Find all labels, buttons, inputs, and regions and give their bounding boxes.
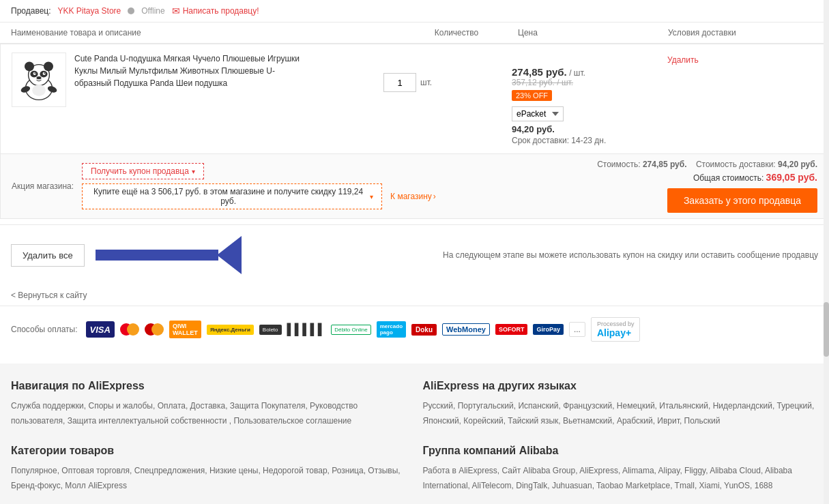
footer-alibaba: Группа компаний Alibaba Работа в AliExpr…	[423, 445, 819, 493]
svg-point-8	[34, 72, 35, 74]
scrollbar-thumb[interactable]	[824, 302, 829, 357]
nav-title: Навигация по AliExpress	[11, 380, 407, 392]
panda-icon	[15, 56, 63, 104]
boleto-icon: Boleto	[259, 325, 282, 335]
offline-status: Offline	[141, 6, 164, 16]
arrow-body	[96, 250, 218, 261]
delivery-cost: 94,20 руб.	[512, 124, 662, 134]
envelope-icon: ✉	[172, 5, 180, 16]
footer-languages: AliExpress на других языках Русский, Пор…	[423, 380, 819, 428]
visa-icon: VISA	[86, 321, 115, 338]
cart-item-section: Cute Panda U-подушка Мягкая Чучело Плюше…	[0, 44, 829, 219]
next-step-note: На следующем этапе вы можете использоват…	[242, 250, 818, 260]
discount-badge: 23% OFF	[512, 90, 552, 101]
order-button[interactable]: Заказать у этого продавца	[667, 188, 817, 213]
barcode-icon: ▌▌▌▌▌	[287, 323, 326, 336]
alibaba-title: Группа компаний Alibaba	[423, 445, 819, 457]
coupon-label: Получить купон продавца	[91, 166, 189, 176]
total-line: Общая стоимость: 369,05 руб.	[597, 172, 817, 183]
footer-grid: Навигация по AliExpress Служба поддержки…	[11, 380, 818, 493]
footer: Навигация по AliExpress Служба поддержки…	[0, 364, 829, 504]
seller-bar: Продавец: YKK Pitaya Store Offline ✉ Нап…	[0, 0, 829, 23]
price-value: 274,85 руб.	[512, 66, 567, 78]
promo-right: Стоимость: 274,85 руб. Стоимость доставк…	[597, 160, 817, 213]
chevron-right-icon: ›	[433, 192, 436, 201]
svg-point-10	[37, 76, 42, 79]
nav-links[interactable]: Служба поддержки, Споры и жалобы, Оплата…	[11, 399, 407, 428]
bottom-actions: Удалить все На следующем этапе вы можете…	[0, 224, 829, 285]
price-col-header: Цена	[518, 28, 668, 38]
offline-dot	[128, 8, 134, 14]
write-label: Написать продавцу!	[183, 6, 259, 16]
qty-cell: шт.	[383, 53, 506, 92]
qty-col-header: Количество	[395, 28, 518, 38]
total-label: Общая стоимость:	[693, 173, 763, 183]
payment-label: Способы оплаты:	[11, 325, 78, 334]
to-store-label: К магазину	[390, 192, 432, 201]
seller-label: Продавец:	[11, 6, 51, 16]
write-link[interactable]: ✉ Написать продавцу!	[172, 5, 259, 16]
delete-cell: Удалить	[667, 53, 817, 65]
cost-label: Стоимость:	[597, 160, 640, 169]
product-col-header: Наименование товара и описание	[11, 28, 395, 38]
price-main: 274,85 руб. / шт.	[512, 66, 662, 78]
alipay-logo: Alipay+	[597, 327, 635, 338]
svg-point-2	[25, 61, 34, 71]
payment-icons: VISA QIWIWALLET Яндекс.Деньги Boleto ▌▌▌…	[86, 317, 641, 342]
price-per: / шт.	[569, 68, 585, 78]
qiwi-icon: QIWIWALLET	[169, 321, 201, 338]
mercadopago-icon: mercadopago	[377, 321, 406, 338]
payment-section: Способы оплаты: VISA QIWIWALLET Яндекс.Д…	[0, 306, 829, 353]
delivery-col-header: Условия доставки	[668, 28, 818, 38]
processed-by-label: Processed by	[597, 321, 635, 327]
delivery-date: Срок доставки: 14-23 дн.	[512, 136, 662, 145]
promo-left: Получить купон продавца Купите ещё на 3 …	[82, 163, 597, 209]
cart-item-row: Cute Panda U-подушка Мягкая Чучело Плюше…	[1, 44, 828, 153]
languages-links[interactable]: Русский, Португальский, Испанский, Франц…	[423, 399, 819, 428]
delete-all-button[interactable]: Удалить все	[11, 244, 85, 267]
coupon-button[interactable]: Получить купон продавца	[82, 163, 204, 179]
delete-button[interactable]: Удалить	[667, 53, 699, 65]
arrow-annotation	[96, 236, 242, 274]
delivery-select[interactable]: ePacket	[512, 106, 564, 121]
arrow-head-left	[217, 236, 242, 274]
to-store-link[interactable]: К магазину ›	[390, 192, 436, 201]
back-link[interactable]: Вернуться к сайту	[0, 285, 829, 306]
sofort-icon: SOFORT	[495, 324, 528, 335]
delivery-label: Стоимость доставки:	[696, 160, 776, 169]
delivery-info: ePacket 94,20 руб. Срок доставки: 14-23 …	[512, 106, 662, 145]
total-value: 369,05 руб.	[766, 172, 817, 183]
other-payments-icon: ...	[569, 322, 585, 337]
svg-point-9	[44, 72, 45, 74]
categories-title: Категории товаров	[11, 445, 407, 457]
processed-by-container: Processed by Alipay+	[597, 321, 635, 338]
product-cell: Cute Panda U-подушка Мягкая Чучело Плюше…	[12, 53, 378, 107]
debito-online-icon: Débito Online	[331, 325, 370, 335]
price-cell: 274,85 руб. / шт. 357,12 руб. / шт. 23% …	[512, 53, 662, 101]
qty-input[interactable]	[383, 73, 416, 92]
footer-categories: Категории товаров Популярное, Оптовая то…	[11, 445, 407, 493]
alipay-processed: Processed by Alipay+	[591, 317, 641, 342]
mastercard-icon	[120, 323, 139, 336]
promo-label: Акция магазина:	[12, 181, 74, 191]
footer-navigation: Навигация по AliExpress Служба поддержки…	[11, 380, 407, 428]
delivery-value: 94,20 руб.	[778, 160, 817, 169]
svg-point-3	[44, 61, 53, 71]
alibaba-links[interactable]: Работа в AliExpress, Сайт Alibaba Group,…	[423, 464, 819, 493]
yandex-money-icon: Яндекс.Деньги	[207, 325, 254, 335]
seller-name[interactable]: YKK Pitaya Store	[58, 6, 121, 16]
discount-banner-text: Купите ещё на 3 506,17 руб. в этом магаз…	[91, 187, 366, 206]
product-title[interactable]: Cute Panda U-подушка Мягкая Чучело Плюше…	[74, 53, 306, 89]
cart-header: Наименование товара и описание Количеств…	[0, 23, 829, 44]
cost-value: 274,85 руб.	[643, 160, 687, 169]
cost-line: Стоимость: 274,85 руб. Стоимость доставк…	[597, 160, 817, 169]
webmoney-icon: WebMoney	[442, 323, 490, 336]
doku-icon: Doku	[411, 324, 437, 336]
discount-banner-button[interactable]: Купите ещё на 3 506,17 руб. в этом магаз…	[82, 183, 382, 209]
categories-links[interactable]: Популярное, Оптовая торговля, Спецпредло…	[11, 464, 407, 493]
qty-unit: шт.	[420, 78, 432, 87]
store-promo: Акция магазина: Получить купон продавца …	[1, 153, 828, 218]
product-image	[12, 53, 66, 107]
scrollbar-track[interactable]	[824, 0, 829, 504]
svg-point-13	[32, 85, 46, 96]
